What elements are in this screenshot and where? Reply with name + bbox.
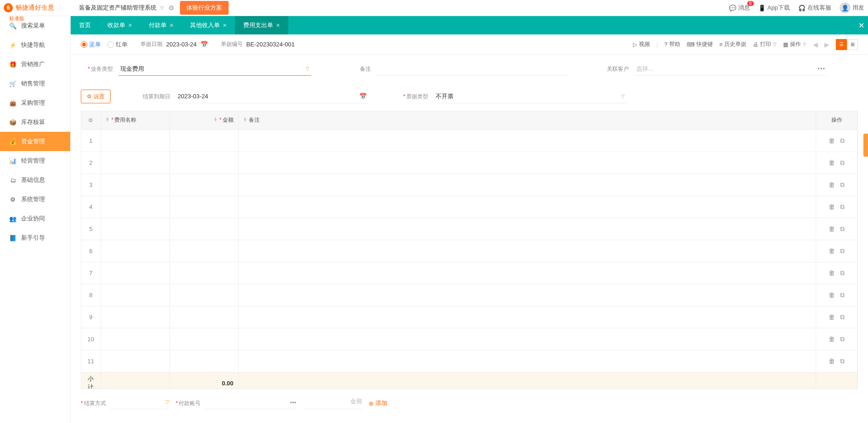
delete-icon[interactable]: 🗑 [829, 137, 835, 144]
close-all-tabs-icon[interactable]: ✕ [858, 21, 864, 30]
table-scroll[interactable]: ⚙ ▲▼*费用名称 ▲▼*金额 ▲▼备注 操作 1 🗑 ⧉ 2 � [81, 111, 858, 389]
close-icon[interactable]: ✕ [223, 23, 227, 28]
table-row[interactable]: 7 🗑 ⧉ [81, 262, 857, 284]
table-row[interactable]: 1 🗑 ⧉ [81, 130, 857, 152]
cell-remark[interactable] [238, 130, 816, 152]
table-row[interactable]: 4 🗑 ⧉ [81, 196, 857, 218]
cell-name[interactable] [101, 262, 169, 284]
cell-name[interactable] [101, 240, 169, 262]
sidebar-item-8[interactable]: 🗂基础信息 [0, 170, 70, 190]
copy-icon[interactable]: ⧉ [840, 137, 845, 144]
delete-icon[interactable]: 🗑 [829, 225, 835, 232]
user-menu[interactable]: 👤 用友 [840, 2, 864, 13]
cell-amount[interactable] [169, 328, 238, 350]
online-service-button[interactable]: 🎧 在线客服 [798, 4, 831, 12]
sidebar-item-10[interactable]: 👥企业协同 [0, 209, 70, 228]
next-arrow-icon[interactable]: ▶ [824, 41, 829, 48]
cell-remark[interactable] [238, 262, 816, 284]
system-selector[interactable]: 装备及固定资产辅助管理系统 ▽ [79, 4, 164, 12]
cell-amount[interactable] [169, 218, 238, 240]
cell-amount[interactable] [169, 196, 238, 218]
biz-type-input[interactable]: 现金费用 ▽ [118, 62, 311, 76]
cell-amount[interactable] [169, 284, 238, 306]
amount-input[interactable]: 金额 [302, 397, 362, 409]
remark-input[interactable] [376, 62, 569, 76]
sidebar-item-4[interactable]: 👜采购管理 [0, 93, 70, 113]
cell-remark[interactable] [238, 152, 816, 174]
sidebar-item-5[interactable]: 📦库存核算 [0, 113, 70, 132]
tab-2[interactable]: 付款单✕ [140, 16, 182, 34]
cell-name[interactable] [101, 218, 169, 240]
cell-amount[interactable] [169, 262, 238, 284]
sidebar-item-6[interactable]: 💰资金管理 [0, 132, 70, 151]
view-tree-button[interactable]: ⊞ [847, 39, 858, 50]
cell-amount[interactable] [169, 306, 238, 328]
cell-amount[interactable] [169, 152, 238, 174]
calendar-icon[interactable]: 📅 [201, 41, 208, 48]
delete-icon[interactable]: 🗑 [829, 247, 835, 254]
cell-remark[interactable] [238, 174, 816, 196]
video-button[interactable]: ▷视频 [633, 40, 650, 48]
th-gear[interactable]: ⚙ [81, 111, 101, 130]
cell-name[interactable] [101, 152, 169, 174]
radio-red[interactable]: 红单 [107, 40, 128, 49]
calendar-icon[interactable]: 📅 [359, 93, 367, 100]
delete-icon[interactable]: 🗑 [829, 269, 835, 276]
copy-icon[interactable]: ⧉ [840, 269, 845, 276]
table-row[interactable]: 9 🗑 ⧉ [81, 306, 857, 328]
delete-icon[interactable]: 🗑 [829, 291, 835, 299]
cell-amount[interactable] [169, 130, 238, 152]
copy-icon[interactable]: ⧉ [840, 225, 845, 232]
delete-icon[interactable]: 🗑 [829, 335, 835, 343]
copy-icon[interactable]: ⧉ [840, 357, 845, 365]
tab-1[interactable]: 收款单✕ [99, 16, 140, 34]
view-card-button[interactable]: ☰ [836, 39, 847, 50]
cell-name[interactable] [101, 350, 169, 372]
sidebar-item-1[interactable]: ⚡快捷导航 [0, 35, 70, 55]
cell-name[interactable] [101, 174, 169, 196]
th-remark[interactable]: ▲▼备注 [238, 111, 816, 130]
print-button[interactable]: 🖨打印▽ [753, 40, 777, 48]
sidebar-item-9[interactable]: ⚙系统管理 [0, 190, 70, 209]
settle-method-input[interactable]: ▽ [110, 397, 169, 409]
table-row[interactable]: 5 🗑 ⧉ [81, 218, 857, 240]
delete-icon[interactable]: 🗑 [829, 313, 835, 321]
table-row[interactable]: 8 🗑 ⧉ [81, 284, 857, 306]
settle-date-input[interactable]: 2023-03-24 📅 [176, 90, 369, 103]
close-icon[interactable]: ✕ [276, 23, 280, 28]
sidebar-item-2[interactable]: 🎁营销推广 [0, 55, 70, 74]
shortcut-button[interactable]: ⌨快捷键 [687, 40, 713, 48]
table-row[interactable]: 3 🗑 ⧉ [81, 174, 857, 196]
add-button[interactable]: ⊕添加 [369, 399, 387, 407]
table-row[interactable]: 2 🗑 ⧉ [81, 152, 857, 174]
cell-name[interactable] [101, 328, 169, 350]
prev-arrow-icon[interactable]: ◀ [813, 41, 818, 48]
table-row[interactable]: 6 🗑 ⧉ [81, 240, 857, 262]
cell-remark[interactable] [238, 284, 816, 306]
cell-remark[interactable] [238, 350, 816, 372]
settings-button[interactable]: ⚙设置 [81, 90, 111, 103]
sidebar-item-3[interactable]: 🛒销售管理 [0, 74, 70, 93]
cell-name[interactable] [101, 196, 169, 218]
copy-icon[interactable]: ⧉ [840, 313, 845, 321]
cell-remark[interactable] [238, 306, 816, 328]
tab-4[interactable]: 费用支出单✕ [235, 16, 288, 34]
copy-icon[interactable]: ⧉ [840, 291, 845, 299]
cell-remark[interactable] [238, 218, 816, 240]
sidebar-item-11[interactable]: 📘新手引导 [0, 228, 70, 248]
cell-amount[interactable] [169, 174, 238, 196]
tab-0[interactable]: 首页 [71, 16, 99, 34]
cell-amount[interactable] [169, 240, 238, 262]
experience-button[interactable]: 体验行业方案 [180, 1, 229, 15]
doc-date-field[interactable]: 单据日期 2023-03-24 📅 [140, 40, 208, 48]
cell-remark[interactable] [238, 196, 816, 218]
th-name[interactable]: ▲▼*费用名称 [101, 111, 169, 130]
pay-account-input[interactable]: ••• [204, 397, 296, 409]
delete-icon[interactable]: 🗑 [829, 357, 835, 365]
right-scroll-indicator[interactable] [863, 134, 868, 157]
table-row[interactable]: 11 🗑 ⧉ [81, 350, 857, 372]
cell-name[interactable] [101, 284, 169, 306]
tab-3[interactable]: 其他收入单✕ [182, 16, 235, 34]
copy-icon[interactable]: ⧉ [840, 203, 845, 210]
delete-icon[interactable]: 🗑 [829, 203, 835, 210]
